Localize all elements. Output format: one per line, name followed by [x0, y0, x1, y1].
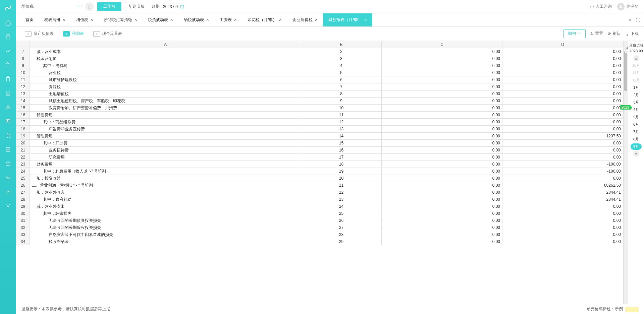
cell[interactable]: 0.00: [382, 168, 502, 175]
cell[interactable]: 其中：利息费用（收入以 "-" 号填列）: [30, 168, 301, 175]
month-item[interactable]: 4月: [632, 107, 640, 113]
cell[interactable]: 3: [301, 55, 382, 62]
cell[interactable]: 土地增值税: [30, 90, 301, 98]
month-item[interactable]: 5月: [632, 114, 640, 120]
cell[interactable]: 2844.41: [502, 196, 623, 203]
cell[interactable]: 68262.50: [502, 182, 623, 189]
cell[interactable]: 0.00: [502, 48, 623, 55]
vertical-scrollbar[interactable]: [623, 41, 628, 304]
cell[interactable]: 城镇土地使用税、房产税、车船税、印花税: [30, 98, 301, 105]
cell[interactable]: 其中：商品维修费: [30, 119, 301, 126]
cell[interactable]: 0.00: [382, 147, 502, 154]
cell[interactable]: 其中：开办费: [30, 140, 301, 147]
cell[interactable]: 10: [301, 105, 382, 112]
close-icon[interactable]: ✕: [170, 18, 173, 22]
hand-icon[interactable]: [5, 132, 11, 139]
close-icon[interactable]: ✕: [206, 18, 209, 22]
letter-v-icon[interactable]: [5, 202, 11, 209]
cell[interactable]: 自然灾害等不可抗力因素造成的损失: [30, 231, 301, 238]
row-header[interactable]: 26: [16, 182, 30, 189]
month-item[interactable]: 9月: [631, 143, 642, 150]
company-dropdown[interactable]: 增值税 ﹀: [21, 4, 82, 9]
close-icon[interactable]: ✕: [234, 18, 237, 22]
tab[interactable]: 所得税汇算清缴✕: [99, 13, 143, 27]
cell[interactable]: 0.00: [502, 83, 623, 90]
cell[interactable]: 13: [301, 126, 382, 133]
cell[interactable]: 减：营业外支出: [30, 203, 301, 210]
cell[interactable]: 0.00: [382, 90, 502, 98]
row-header[interactable]: 33: [16, 231, 30, 238]
switch-old-button[interactable]: 切到旧版: [125, 2, 148, 11]
cell[interactable]: 0.00: [502, 231, 623, 238]
row-header[interactable]: 18: [16, 126, 30, 133]
cell[interactable]: 8: [301, 90, 382, 98]
cell[interactable]: 0.00: [502, 55, 623, 62]
cell[interactable]: 0.00: [382, 133, 502, 140]
subtab[interactable]: ≡资产负债表: [21, 29, 57, 39]
video-icon[interactable]: [5, 188, 11, 195]
month-item[interactable]: 6月: [632, 121, 640, 128]
cell[interactable]: 减：营业成本: [30, 48, 301, 55]
cell[interactable]: 0.00: [502, 154, 623, 161]
close-icon[interactable]: ✕: [134, 18, 137, 22]
subtab[interactable]: ≡利润表: [60, 29, 87, 39]
col-header-b[interactable]: B: [301, 41, 382, 48]
cell[interactable]: 0.00: [382, 48, 502, 55]
row-header[interactable]: 28: [16, 196, 30, 203]
cell[interactable]: -100.00: [502, 168, 623, 175]
cell[interactable]: 0.00: [502, 69, 623, 76]
cell[interactable]: 0.00: [382, 224, 502, 231]
cell[interactable]: 17: [301, 154, 382, 161]
month-item[interactable]: 11月: [631, 70, 641, 76]
cell[interactable]: 0.00: [502, 98, 623, 105]
user-menu[interactable]: 徐泽华: [617, 3, 639, 10]
close-icon[interactable]: ✕: [62, 18, 65, 22]
cell[interactable]: 0.00: [382, 231, 502, 238]
cell[interactable]: 0.00: [382, 62, 502, 69]
cell[interactable]: 其中：坏账损失: [30, 210, 301, 217]
tab[interactable]: 增值税✕: [71, 13, 99, 27]
expand-icon[interactable]: ⛶: [636, 18, 640, 22]
workbench-button[interactable]: 工作台: [97, 2, 121, 11]
cell[interactable]: 6: [301, 76, 382, 83]
row-header[interactable]: 15: [16, 105, 30, 112]
cell[interactable]: 0.00: [382, 98, 502, 105]
month-down-icon[interactable]: ▼: [633, 151, 639, 157]
cell[interactable]: 14: [301, 133, 382, 140]
cell[interactable]: 0.00: [502, 90, 623, 98]
cell[interactable]: 0.00: [382, 55, 502, 62]
row-header[interactable]: 34: [16, 238, 30, 245]
cell[interactable]: 税金及附加: [30, 55, 301, 62]
row-header[interactable]: 25: [16, 175, 30, 182]
row-header[interactable]: 11: [16, 76, 30, 83]
download-button[interactable]: ⭳ 下载: [625, 31, 639, 37]
month-item[interactable]: 2月: [632, 92, 640, 98]
row-header[interactable]: 29: [16, 203, 30, 210]
col-header-a[interactable]: A: [30, 41, 301, 48]
cell[interactable]: 城市维护建设税: [30, 76, 301, 83]
period-begin-dropdown[interactable]: 期初 ﹀: [564, 29, 586, 38]
cell[interactable]: 0.00: [502, 203, 623, 210]
cell[interactable]: 0.00: [502, 105, 623, 112]
tab[interactable]: 税负波动表✕: [143, 13, 178, 27]
select-all-corner[interactable]: [16, 41, 30, 48]
tab[interactable]: 财务报表（月/季）✕: [323, 13, 372, 27]
cell[interactable]: 无法收回的长期股权投资损失: [30, 224, 301, 231]
cell[interactable]: 研究费用: [30, 154, 301, 161]
cell[interactable]: 0.00: [382, 69, 502, 76]
month-item[interactable]: 1月: [632, 84, 640, 91]
cell[interactable]: 0.00: [502, 175, 623, 182]
cell[interactable]: 0.00: [382, 196, 502, 203]
cell[interactable]: 0.00: [502, 140, 623, 147]
tab[interactable]: 首页: [20, 13, 39, 27]
reset-button[interactable]: ↻ 重置: [590, 31, 603, 37]
row-header[interactable]: 8: [16, 55, 30, 62]
cell[interactable]: 0.00: [502, 238, 623, 245]
cell[interactable]: -100.00: [502, 161, 623, 168]
close-icon[interactable]: ✕: [90, 18, 93, 22]
cell[interactable]: 0.00: [502, 112, 623, 119]
cell[interactable]: 22: [301, 189, 382, 196]
cell[interactable]: 18: [301, 161, 382, 168]
cell[interactable]: 营业税: [30, 69, 301, 76]
file-icon[interactable]: [5, 34, 11, 40]
